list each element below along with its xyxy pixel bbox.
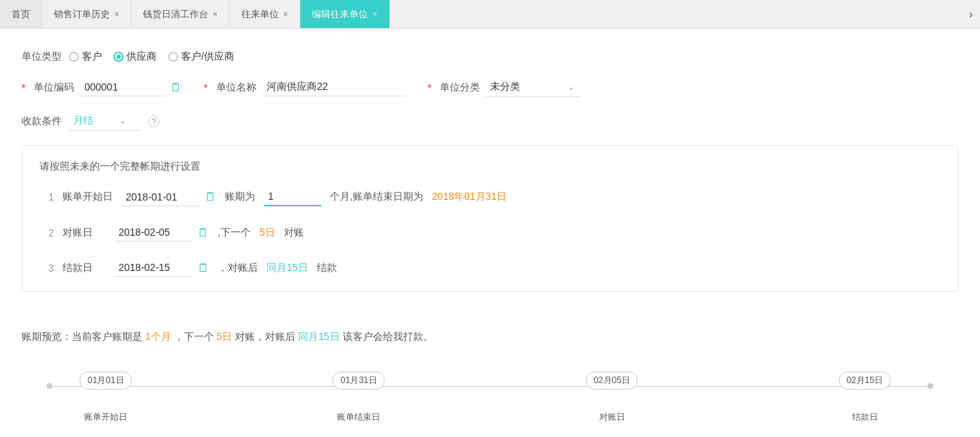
- tab-sales-history-close[interactable]: ×: [114, 9, 119, 19]
- settings-box: 请按照未来的一个完整帐期进行设置 1 账单开始日 🗒 账期为 个月,账单结束日期…: [22, 145, 958, 292]
- tab-partner-units-close[interactable]: ×: [283, 9, 288, 19]
- timeline-label-1: 账单开始日: [84, 411, 127, 423]
- tab-more-button[interactable]: ›: [962, 0, 980, 28]
- preview-highlight1: 1个月: [145, 331, 171, 342]
- timeline-dot-right: [928, 383, 933, 389]
- tab-edit-partner-label: 编辑往来单位: [312, 8, 368, 21]
- timeline-point-2: 01月31日 账单结束日: [333, 372, 385, 423]
- preview-prefix: 账期预览：当前客户账期是: [22, 331, 142, 342]
- calendar-icon-3[interactable]: 🗒: [198, 262, 209, 275]
- tab-cash-work[interactable]: 钱货日清工作台 ×: [131, 0, 230, 28]
- tab-bar: 首页 销售订单历史 × 钱货日清工作台 × 往来单位 × 编辑往来单位 × ›: [0, 0, 980, 29]
- radio-supplier-label: 供应商: [126, 50, 157, 63]
- tab-edit-partner[interactable]: 编辑往来单位 ×: [300, 0, 389, 28]
- setting-row-1: 1 账单开始日 🗒 账期为 个月,账单结束日期为 2018年01月31日: [40, 188, 940, 206]
- tab-cash-work-close[interactable]: ×: [213, 9, 218, 19]
- row-label-2: 对账日: [63, 226, 106, 239]
- date-input-2[interactable]: [114, 224, 193, 242]
- preview-suffix: 该客户会给我打款。: [343, 331, 433, 342]
- payment-terms-label: 收款条件: [22, 115, 62, 128]
- unit-name-label: 单位名称: [216, 81, 256, 94]
- period-suffix-1: 个月,账单结束日期为: [330, 190, 423, 203]
- timeline-wrapper: 01月01日 账单开始日 01月31日 账单结束日 02月05日 对账日 02月…: [22, 372, 958, 422]
- tab-cash-work-label: 钱货日清工作台: [143, 8, 208, 21]
- timeline-section: 01月01日 账单开始日 01月31日 账单结束日 02月05日 对账日 02月…: [0, 357, 980, 437]
- unit-code-field-wrapper: 🗒: [80, 78, 182, 96]
- tab-sales-history[interactable]: 销售订单历史 ×: [42, 0, 131, 28]
- unit-type-row: 单位类型 客户 供应商 客户/供应商: [22, 50, 958, 63]
- help-icon[interactable]: ?: [148, 116, 160, 127]
- timeline-line: [50, 386, 930, 387]
- row-number-3: 3: [40, 262, 54, 274]
- row-number-2: 2: [40, 227, 54, 239]
- unit-code-star: *: [22, 82, 25, 93]
- setting-row-2: 2 对账日 🗒 ,下一个 5日 对账: [40, 224, 940, 242]
- payment-prefix: ，对账后: [218, 262, 258, 275]
- timeline-node-3: 02月05日: [586, 372, 638, 390]
- preview-highlight3: 同月15日: [298, 331, 340, 342]
- unit-category-star: *: [427, 82, 431, 93]
- radio-supplier-circle: [114, 52, 124, 62]
- tab-partner-units-label: 往来单位: [241, 8, 279, 21]
- unit-type-radio-group: 客户 供应商 客户/供应商: [69, 50, 234, 63]
- radio-both[interactable]: 客户/供应商: [168, 50, 234, 63]
- payment-suffix: 结款: [317, 262, 337, 275]
- unit-category-label: 单位分类: [440, 81, 480, 94]
- unit-category-value: 未分类: [490, 80, 520, 93]
- radio-customer-circle: [69, 52, 79, 62]
- date-input-1[interactable]: [121, 188, 200, 206]
- period-input[interactable]: [264, 188, 321, 206]
- timeline-label-3: 对账日: [599, 411, 625, 423]
- unit-code-group: * 单位编码 🗒: [22, 78, 182, 96]
- payment-day-highlight: 同月15日: [267, 262, 308, 275]
- timeline-point-4: 02月15日 结款日: [838, 372, 891, 423]
- preview-section: 账期预览：当前客户账期是 1个月 ，下一个 5日 对账，对账后 同月15日 该客…: [0, 321, 980, 357]
- preview-highlight2: 5日: [216, 331, 232, 342]
- radio-both-circle: [168, 52, 178, 62]
- unit-name-input[interactable]: [262, 78, 406, 96]
- unit-code-input[interactable]: [80, 78, 166, 96]
- payment-terms-value: 月结: [73, 114, 93, 127]
- tab-sales-history-label: 销售订单历史: [54, 8, 110, 21]
- radio-both-label: 客户/供应商: [181, 50, 234, 63]
- period-prefix: 账期为: [225, 190, 255, 203]
- unit-info-row: * 单位编码 🗒 * 单位名称 * 单位分类 未分类 ⌄: [22, 78, 958, 97]
- reconcile-suffix: 对账: [284, 226, 304, 239]
- timeline-node-1: 01月01日: [80, 372, 132, 390]
- tab-home-label: 首页: [11, 8, 30, 21]
- date-input-3[interactable]: [114, 259, 193, 277]
- timeline-node-2: 01月31日: [333, 372, 385, 390]
- tab-partner-units[interactable]: 往来单位 ×: [230, 0, 300, 28]
- calendar-icon-2[interactable]: 🗒: [198, 226, 209, 239]
- unit-name-star: *: [203, 82, 207, 93]
- unit-category-group: * 单位分类 未分类 ⌄: [427, 78, 579, 97]
- payment-terms-dropdown[interactable]: 月结 ⌄: [69, 111, 141, 131]
- calendar-icon-1[interactable]: 🗒: [205, 190, 216, 203]
- reconcile-day-highlight: 5日: [259, 226, 275, 239]
- unit-code-icon[interactable]: 🗒: [170, 81, 182, 94]
- timeline-point-1: 01月01日 账单开始日: [80, 372, 132, 423]
- payment-terms-arrow: ⌄: [119, 116, 126, 126]
- reconcile-prefix: ,下一个: [218, 226, 251, 239]
- preview-middle2: 对账，对账后: [235, 331, 295, 342]
- tab-edit-partner-close[interactable]: ×: [372, 9, 377, 19]
- row-number-1: 1: [40, 191, 54, 203]
- tab-home[interactable]: 首页: [0, 0, 42, 28]
- timeline-label-2: 账单结束日: [337, 411, 380, 423]
- timeline-node-4: 02月15日: [838, 372, 891, 390]
- unit-type-label: 单位类型: [22, 50, 62, 63]
- unit-category-dropdown[interactable]: 未分类 ⌄: [486, 78, 579, 97]
- row-date-2: 🗒: [114, 224, 209, 242]
- radio-customer-label: 客户: [82, 50, 102, 63]
- row-label-3: 结款日: [63, 262, 106, 275]
- main-content: 单位类型 客户 供应商 客户/供应商 * 单位编码 🗒: [0, 29, 980, 321]
- unit-category-arrow: ⌄: [568, 82, 575, 92]
- unit-code-label: 单位编码: [34, 81, 74, 94]
- radio-supplier[interactable]: 供应商: [114, 50, 157, 63]
- timeline-label-4: 结款日: [852, 411, 878, 423]
- row-label-1: 账单开始日: [63, 190, 113, 203]
- timeline-point-3: 02月05日 对账日: [586, 372, 638, 423]
- row-date-3: 🗒: [114, 259, 209, 277]
- setting-row-3: 3 结款日 🗒 ，对账后 同月15日 结款: [40, 259, 940, 277]
- radio-customer[interactable]: 客户: [69, 50, 102, 63]
